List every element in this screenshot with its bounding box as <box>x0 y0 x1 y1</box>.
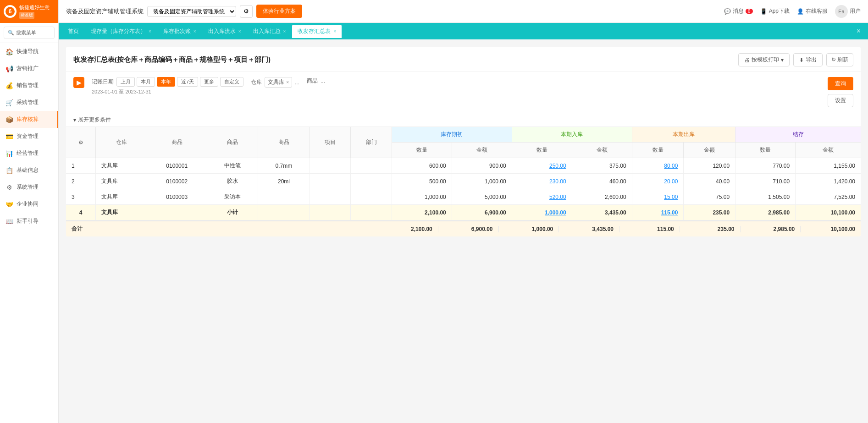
footer-numbers: 2,100.00 6,900.00 1,000.00 3,435.00 115.… <box>378 226 861 232</box>
row4-out-qty[interactable]: 115.00 <box>632 205 684 220</box>
settings-col-icon: ⚙ <box>78 139 83 146</box>
close-all-tabs[interactable]: × <box>853 27 864 35</box>
row2-opening-amt: 1,000.00 <box>452 174 512 189</box>
refresh-button[interactable]: ↻ 刷新 <box>826 53 853 66</box>
search-icon: 🔍 <box>8 30 14 36</box>
search-menu-button[interactable]: 🔍 搜索菜单 <box>4 27 55 39</box>
warehouse-tag-close[interactable]: × <box>286 80 289 85</box>
col-settings[interactable]: ⚙ <box>66 127 96 158</box>
filter-toggle-icon: ▶ <box>77 79 82 86</box>
col-closing-amt-header: 金额 <box>796 143 861 158</box>
row2-in-qty[interactable]: 230.00 <box>512 174 572 189</box>
sidebar-item-quick-nav[interactable]: 🏠 快捷导航 <box>0 43 58 60</box>
tab-batch[interactable]: 库存批次账 × <box>158 25 202 38</box>
sidebar-item-label: 采购管理 <box>17 99 39 106</box>
date-more[interactable]: 更多 <box>200 77 218 87</box>
sidebar-item-operations[interactable]: 📊 经营管理 <box>0 145 58 162</box>
row1-in-qty[interactable]: 250.00 <box>512 158 572 174</box>
row2-closing-amt: 1,420.00 <box>796 174 861 189</box>
row1-out-qty[interactable]: 80.00 <box>632 158 684 174</box>
sidebar-item-marketing[interactable]: 📢 营销推广 <box>0 60 58 77</box>
product-more[interactable]: ... <box>321 78 325 84</box>
sidebar-item-cooperation[interactable]: 🤝 企业协同 <box>0 196 58 213</box>
app-title: 畅捷通好生意 <box>19 4 50 11</box>
app-download-action[interactable]: 📱 App下载 <box>760 7 790 15</box>
messages-action[interactable]: 💬 消息 6 <box>724 7 753 15</box>
query-button[interactable]: 查询 <box>828 77 853 90</box>
row2-opening-qty: 500.00 <box>392 174 452 189</box>
try-industry-button[interactable]: 体验行业方案 <box>256 5 302 18</box>
sidebar-item-sales[interactable]: 💰 销售管理 <box>0 77 58 94</box>
row1-department <box>351 158 392 174</box>
row4-in-qty[interactable]: 1,000.00 <box>512 205 572 220</box>
sidebar-header: 6 畅捷通好生意 标准版 <box>0 0 58 23</box>
tab-stock-dist-close[interactable]: × <box>149 29 151 34</box>
row2-out-qty[interactable]: 20.00 <box>632 174 684 189</box>
tab-summary[interactable]: 出入库汇总 × <box>248 25 292 38</box>
sidebar-item-system[interactable]: ⚙ 系统管理 <box>0 179 58 196</box>
sidebar-item-label: 新手引导 <box>17 217 39 225</box>
row4-closing-qty: 2,985.00 <box>735 205 796 220</box>
sidebar-item-label: 系统管理 <box>17 183 39 191</box>
sidebar-item-label: 营销推广 <box>17 65 39 72</box>
sidebar-item-basic-info[interactable]: 📋 基础信息 <box>0 162 58 179</box>
date-this-month[interactable]: 本月 <box>137 77 155 87</box>
sidebar-item-guide[interactable]: 📖 新手引导 <box>0 213 58 230</box>
tab-receive-send-close[interactable]: × <box>333 29 336 34</box>
row3-project <box>310 189 350 205</box>
tab-flow-close[interactable]: × <box>238 29 241 34</box>
warehouse-more[interactable]: ... <box>295 79 299 86</box>
date-custom[interactable]: 自定义 <box>220 77 243 87</box>
system-select[interactable]: 装备及固定资产辅助管理系统 <box>147 6 236 17</box>
date-7days[interactable]: 近7天 <box>177 77 198 87</box>
online-service-label: 在线客服 <box>806 7 828 15</box>
user-action[interactable]: Ea 用户 <box>835 5 861 18</box>
tab-flow-label: 出入库流水 <box>208 27 236 35</box>
table-wrapper: ⚙ 仓库 商品 商品 商品 项目 部门 库存期初 本期入库 本期出库 <box>66 127 861 220</box>
footer-in-amt: 3,435.00 <box>559 226 619 232</box>
tab-summary-close[interactable]: × <box>283 29 286 34</box>
tab-stock-dist[interactable]: 现存量（库存分布表） × <box>85 25 157 38</box>
row1-warehouse: 文具库 <box>96 158 147 174</box>
tabs-bar: 首页 现存量（库存分布表） × 库存批次账 × 出入库流水 × 出入库汇总 × … <box>59 23 868 39</box>
set-button[interactable]: 设置 <box>828 94 853 107</box>
sidebar-item-inventory[interactable]: 📦 库存核算 <box>0 111 58 128</box>
sidebar-logo: 6 <box>4 5 17 18</box>
settings-button[interactable]: ⚙ <box>240 5 253 18</box>
row3-in-qty[interactable]: 520.00 <box>512 189 572 205</box>
top-bar: 装备及固定资产辅助管理系统 装备及固定资产辅助管理系统 ⚙ 体验行业方案 💬 消… <box>59 0 868 23</box>
export-button[interactable]: ⬇ 导出 <box>793 53 823 66</box>
online-service-action[interactable]: 👤 在线客服 <box>797 7 828 15</box>
print-button[interactable]: 🖨 按模板打印 ▾ <box>738 53 790 66</box>
tab-home[interactable]: 首页 <box>62 25 84 38</box>
purchase-icon: 🛒 <box>6 99 13 106</box>
row3-out-qty[interactable]: 15.00 <box>632 189 684 205</box>
tab-home-label: 首页 <box>68 27 79 35</box>
footer-left: 合计 <box>66 225 378 233</box>
row3-opening-amt: 5,000.00 <box>452 189 512 205</box>
tab-batch-close[interactable]: × <box>194 29 196 34</box>
tab-receive-send[interactable]: 收发存汇总表 × <box>292 25 342 38</box>
tab-flow[interactable]: 出入库流水 × <box>203 25 247 38</box>
date-this-year[interactable]: 本年 <box>157 77 175 87</box>
sales-icon: 💰 <box>6 82 13 89</box>
content-card: 收发存汇总表(按仓库＋商品编码＋商品＋规格型号＋项目＋部门) 🖨 按模板打印 ▾… <box>66 47 861 236</box>
sidebar-item-purchase[interactable]: 🛒 采购管理 <box>0 94 58 111</box>
col-opening-group: 库存期初 <box>392 127 512 143</box>
messages-badge: 6 <box>746 9 753 14</box>
filter-toggle[interactable]: ▶ <box>73 77 84 88</box>
row1-project <box>310 158 350 174</box>
warehouse-tag-text: 文具库 <box>268 78 284 86</box>
sidebar-item-finance[interactable]: 💳 资金管理 <box>0 128 58 145</box>
sidebar-item-label: 库存核算 <box>17 115 39 123</box>
row4-project <box>310 205 350 220</box>
col-out-amt-header: 金额 <box>684 143 735 158</box>
row4-out-amt: 235.00 <box>684 205 735 220</box>
row4-no: 4 <box>66 205 96 220</box>
col-in-amt-header: 金额 <box>572 143 632 158</box>
date-prev-month[interactable]: 上月 <box>116 77 135 87</box>
operations-icon: 📊 <box>6 150 13 157</box>
table-row-subtotal: 4 文具库 小计 2,100.00 6,900.00 1,000.00 <box>66 205 861 220</box>
expand-button[interactable]: ▾ 展开更多条件 <box>73 116 853 124</box>
app-download-label: App下载 <box>769 7 790 15</box>
